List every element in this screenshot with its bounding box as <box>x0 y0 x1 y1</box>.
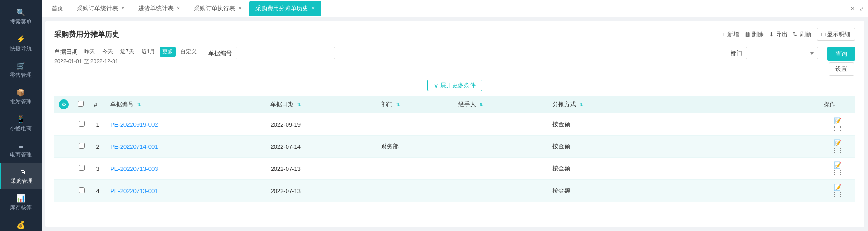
department-select[interactable] <box>746 47 818 59</box>
row-checkbox-cell <box>73 158 90 180</box>
sort-icon: ⇅ <box>297 102 301 107</box>
handler-header[interactable]: 经手人 ⇅ <box>454 96 548 113</box>
close-all-tabs-icon[interactable]: ✕ <box>850 5 855 12</box>
row-actions: 📝 ⋮⋮ <box>819 158 855 180</box>
page-title: 采购费用分摊单历史 <box>54 30 119 39</box>
tab-label: 采购费用分摊单历史 <box>255 5 308 13</box>
row-handler <box>454 180 548 202</box>
show-columns-button[interactable]: □ 显示明细 <box>817 28 855 41</box>
shortcut-yesterday[interactable]: 昨天 <box>81 47 98 57</box>
row-settings-cell <box>54 113 73 136</box>
shortcut-1month[interactable]: 近1月 <box>139 47 158 57</box>
department-header[interactable]: 部门 ⇅ <box>377 96 454 113</box>
shortcut-today[interactable]: 今天 <box>99 47 116 57</box>
tab-order-exec[interactable]: 采购订单执行表 ✕ <box>188 1 248 16</box>
shortcut-icon: ⚡ <box>16 35 25 43</box>
department-label: 部门 <box>731 49 742 57</box>
doc-number-input[interactable] <box>236 47 335 59</box>
sidebar-item-label: 采购管理 <box>11 177 33 185</box>
tab-goods-stats[interactable]: 进货单统计表 ✕ <box>132 1 187 16</box>
finance-icon: 💰 <box>16 221 25 229</box>
tab-close-icon[interactable]: ✕ <box>121 5 125 11</box>
shortcut-more[interactable]: 更多 <box>160 47 176 57</box>
sidebar-item-search[interactable]: 🔍 搜索菜单 <box>0 4 42 30</box>
edit-icon[interactable]: 📝 <box>834 117 841 124</box>
split-method-header[interactable]: 分摊方式 ⇅ <box>548 96 819 113</box>
sidebar-item-purchase[interactable]: 🛍 采购管理 <box>0 163 42 189</box>
row-number: 2 <box>90 136 106 158</box>
more-actions-icon[interactable]: ⋮⋮ <box>831 169 844 176</box>
tab-label: 进货单统计表 <box>138 5 174 13</box>
doc-no-link[interactable]: PE-20220714-001 <box>110 143 158 150</box>
sidebar-item-inventory[interactable]: 📊 库存核算 <box>0 189 42 216</box>
doc-no-header[interactable]: 单据编号 ⇅ <box>106 96 266 113</box>
edit-icon[interactable]: 📝 <box>834 184 841 191</box>
doc-no-link[interactable]: PE-20220919-002 <box>110 121 158 128</box>
more-actions-icon[interactable]: ⋮⋮ <box>831 191 844 198</box>
tab-close-icon[interactable]: ✕ <box>238 5 242 11</box>
edit-icon[interactable]: 📝 <box>834 161 841 169</box>
query-button[interactable]: 查询 <box>827 47 855 61</box>
row-settings-cell <box>54 136 73 158</box>
filter-settings-button[interactable]: 设置 <box>829 62 854 76</box>
refresh-button[interactable]: ↻ 刷新 <box>793 30 811 38</box>
row-checkbox[interactable] <box>79 187 85 193</box>
toolbar: + 新增 🗑 删除 ⬇ 导出 ↻ 刷新 □ 显示明细 <box>722 28 855 41</box>
row-doc-date: 2022-07-13 <box>266 158 377 180</box>
row-split-method: 按金额 <box>548 113 819 136</box>
sidebar-item-finance[interactable]: 💰 资金管理 <box>0 216 42 231</box>
tab-actions: ✕ ⤢ <box>850 5 864 12</box>
shortcut-custom[interactable]: 自定义 <box>178 47 199 57</box>
row-handler <box>454 113 548 136</box>
sidebar-item-label: 快捷导航 <box>10 45 32 52</box>
add-label: + 新增 <box>722 30 739 38</box>
tab-close-icon[interactable]: ✕ <box>176 5 180 11</box>
delete-button[interactable]: 🗑 删除 <box>745 30 764 38</box>
tab-cost-split[interactable]: 采购费用分摊单历史 ✕ <box>249 1 321 16</box>
sidebar-item-label: 小畅电商 <box>10 125 32 132</box>
table-row: 4 PE-20220713-001 2022-07-13 按金额 📝 ⋮⋮ <box>54 180 855 202</box>
sidebar-item-ecommerce[interactable]: 🖥 电商管理 <box>0 137 42 163</box>
doc-no-link[interactable]: PE-20220713-001 <box>110 188 158 194</box>
doc-no-link[interactable]: PE-20220713-003 <box>110 165 158 172</box>
row-department <box>377 158 454 180</box>
sidebar-item-label: 批发管理 <box>10 98 32 106</box>
shortcut-7days[interactable]: 近7天 <box>118 47 137 57</box>
edit-icon[interactable]: 📝 <box>834 139 841 146</box>
export-button[interactable]: ⬇ 导出 <box>769 30 788 38</box>
table-row: 2 PE-20220714-001 2022-07-14 财务部 按金额 📝 ⋮… <box>54 136 855 158</box>
export-label: ⬇ 导出 <box>769 30 788 38</box>
table-body: 1 PE-20220919-002 2022-09-19 按金额 📝 ⋮⋮ 2 … <box>54 113 855 202</box>
purchase-icon: 🛍 <box>18 168 25 176</box>
sidebar-item-retail[interactable]: 🛒 零售管理 <box>0 57 42 84</box>
more-actions-icon[interactable]: ⋮⋮ <box>831 146 844 154</box>
doc-date-header[interactable]: 单据日期 ⇅ <box>266 96 377 113</box>
table-row: 3 PE-20220713-003 2022-07-13 按金额 📝 ⋮⋮ <box>54 158 855 180</box>
column-settings-icon[interactable]: ⚙ <box>59 99 69 109</box>
tab-close-icon[interactable]: ✕ <box>311 5 315 11</box>
row-actions: 📝 ⋮⋮ <box>819 180 855 202</box>
select-all-checkbox[interactable] <box>78 101 84 107</box>
sort-icon: ⇅ <box>396 102 400 107</box>
row-department <box>377 113 454 136</box>
sort-icon: ⇅ <box>137 102 141 107</box>
row-number: 4 <box>90 180 106 202</box>
row-checkbox-cell <box>73 180 90 202</box>
row-checkbox[interactable] <box>79 121 85 127</box>
sidebar-item-mini-ecommerce[interactable]: 📱 小畅电商 <box>0 110 42 137</box>
maximize-icon[interactable]: ⤢ <box>859 5 864 12</box>
more-actions-icon[interactable]: ⋮⋮ <box>831 124 844 132</box>
tab-home[interactable]: 首页 <box>45 1 70 16</box>
row-checkbox[interactable] <box>79 165 85 171</box>
tab-purchase-order-stats[interactable]: 采购订单统计表 ✕ <box>71 1 131 16</box>
row-checkbox[interactable] <box>79 143 85 149</box>
expand-more-row: ∨ 展开更多条件 <box>54 80 855 91</box>
expand-conditions-button[interactable]: ∨ 展开更多条件 <box>427 80 482 91</box>
tab-label: 采购订单统计表 <box>77 5 118 13</box>
sidebar-item-wholesale[interactable]: 📦 批发管理 <box>0 84 42 110</box>
sidebar-item-label: 电商管理 <box>10 151 32 159</box>
add-button[interactable]: + 新增 <box>722 30 739 38</box>
sidebar-item-shortcut[interactable]: ⚡ 快捷导航 <box>0 30 42 57</box>
table-header-row: ⚙ # 单据编号 ⇅ 单据日期 ⇅ 部门 ⇅ <box>54 96 855 113</box>
date-range-text: 2022-01-01 至 2022-12-31 <box>54 58 199 66</box>
